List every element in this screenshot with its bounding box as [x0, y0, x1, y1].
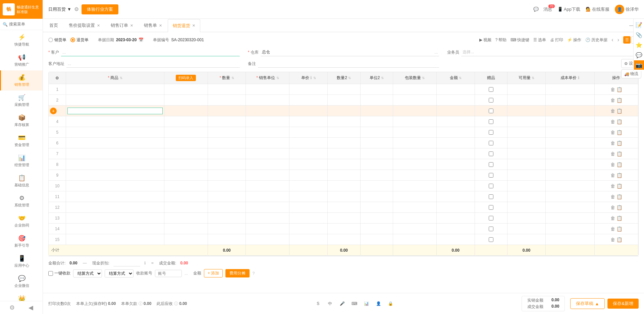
delete-row-icon[interactable]: 🗑 [610, 151, 615, 156]
qty2-cell[interactable] [328, 127, 360, 138]
save-draft-button[interactable]: 保存草稿 ▲ [570, 298, 605, 309]
sidebar-collapse-icon[interactable]: ◀ [29, 304, 33, 311]
available-cell[interactable] [507, 170, 546, 181]
unit2-cell[interactable] [360, 138, 393, 148]
sale-unit-cell[interactable] [246, 234, 289, 245]
amount-cell[interactable] [436, 234, 475, 245]
qty2-cell[interactable] [328, 224, 360, 234]
tool-icon-7[interactable]: 🔒 [386, 299, 395, 308]
sale-unit-cell[interactable] [246, 191, 289, 202]
delete-row-icon[interactable]: 🗑 [610, 119, 615, 124]
pack-qty-cell[interactable] [393, 138, 437, 148]
gift-cell[interactable] [475, 224, 507, 234]
available-cell[interactable] [507, 116, 546, 127]
goods-cell[interactable] [66, 148, 164, 159]
cost-price-cell[interactable] [545, 181, 594, 191]
gift-checkbox[interactable] [489, 130, 493, 135]
tool-icon-3[interactable]: 🎤 [337, 299, 347, 308]
gift-cell[interactable] [475, 202, 507, 213]
unit2-cell[interactable] [360, 213, 393, 224]
amount-cell[interactable] [436, 84, 475, 95]
unit2-cell[interactable] [360, 116, 393, 127]
rs-attach-icon[interactable]: 📎 [634, 30, 644, 40]
unit-price-cell[interactable] [289, 138, 328, 148]
qty2-cell[interactable] [328, 148, 360, 159]
trial-button[interactable]: 体验行业方案 [82, 4, 118, 14]
qty2-cell[interactable] [328, 234, 360, 245]
copy-row-icon[interactable]: 📋 [616, 162, 622, 167]
unit2-cell[interactable] [360, 159, 393, 170]
qty2-cell[interactable] [328, 202, 360, 213]
tab-sales-bill[interactable]: 销售单 ✕ [139, 19, 167, 32]
unit-price-cell[interactable] [289, 224, 328, 234]
delete-row-icon[interactable]: 🗑 [610, 87, 615, 92]
message-badge-container[interactable]: 💬 70 消息 [533, 6, 552, 12]
gift-cell[interactable] [475, 106, 507, 116]
goods-cell[interactable] [66, 138, 164, 148]
qty-cell[interactable] [208, 116, 246, 127]
available-cell[interactable] [507, 148, 546, 159]
sale-unit-cell[interactable] [246, 84, 289, 95]
cost-price-cell[interactable] [545, 148, 594, 159]
cost-price-cell[interactable] [545, 138, 594, 148]
scan-button[interactable]: 扫码录入 [176, 75, 196, 81]
gift-checkbox[interactable] [489, 119, 493, 124]
cost-price-cell[interactable] [545, 224, 594, 234]
delete-row-icon[interactable]: 🗑 [610, 215, 615, 221]
copy-row-icon[interactable]: 📋 [616, 215, 622, 221]
help-icon-payment[interactable]: ? [252, 271, 255, 276]
amount-cell[interactable] [436, 138, 475, 148]
cost-price-cell[interactable] [545, 234, 594, 245]
pack-qty-cell[interactable] [393, 234, 437, 245]
goods-cell[interactable] [66, 224, 164, 234]
amount-cell[interactable] [436, 170, 475, 181]
tab-sales-return[interactable]: 销货退货 ✕ [168, 19, 200, 32]
available-cell[interactable] [507, 224, 546, 234]
cost-price-cell[interactable] [545, 159, 594, 170]
nav-next-btn[interactable]: › [618, 37, 619, 43]
delete-row-icon[interactable]: 🗑 [610, 205, 615, 210]
sidebar-item-marketing[interactable]: 📢 营销推广 [0, 50, 43, 70]
tool-icon-6[interactable]: 👤 [374, 299, 383, 308]
copy-row-icon[interactable]: 📋 [616, 151, 622, 156]
sale-unit-cell[interactable] [246, 106, 289, 116]
qty2-cell[interactable] [328, 181, 360, 191]
calendar-icon[interactable]: 📅 [139, 38, 144, 42]
qty2-cell[interactable] [328, 170, 360, 181]
qty-cell[interactable] [208, 138, 246, 148]
copy-row-icon[interactable]: 📋 [616, 205, 622, 210]
copy-row-icon[interactable]: 📋 [616, 140, 622, 146]
available-cell[interactable] [507, 84, 546, 95]
goods-cell[interactable] [66, 202, 164, 213]
unit-price-cell[interactable] [289, 148, 328, 159]
unit-price-cell[interactable] [289, 181, 328, 191]
print-btn[interactable]: 🖨 打印 [550, 37, 563, 43]
pack-qty-cell[interactable] [393, 84, 437, 95]
split-expense-button[interactable]: 费用分摊 [225, 269, 250, 277]
qty2-cell[interactable] [328, 191, 360, 202]
sale-unit-cell[interactable] [246, 127, 289, 138]
help-btn[interactable]: ? 帮助 [495, 37, 507, 43]
qty2-cell[interactable] [328, 84, 360, 95]
available-cell[interactable] [507, 138, 546, 148]
delete-row-icon[interactable]: 🗑 [610, 226, 615, 232]
qty-cell[interactable] [208, 202, 246, 213]
history-btn[interactable]: 🕐 历史单据 [585, 37, 607, 43]
cost-price-cell[interactable] [545, 191, 594, 202]
cost-price-cell[interactable] [545, 213, 594, 224]
unit2-cell[interactable] [360, 127, 393, 138]
goods-cell[interactable] [66, 116, 164, 127]
salesperson-input[interactable]: 选择... ... [461, 48, 639, 56]
app-download-link[interactable]: 📱 App下载 [557, 6, 580, 12]
pack-qty-cell[interactable] [393, 202, 437, 213]
topbar-settings-icon[interactable]: ⚙ [74, 6, 79, 12]
goods-cell[interactable] [66, 234, 164, 245]
copy-row-icon[interactable]: 📋 [616, 237, 622, 242]
amount-cell[interactable] [436, 127, 475, 138]
sidebar-item-operations[interactable]: 📊 经营管理 [0, 151, 43, 171]
gift-checkbox[interactable] [489, 87, 493, 92]
qty2-cell[interactable] [328, 159, 360, 170]
amount-cell[interactable] [436, 224, 475, 234]
nav-prev-btn[interactable]: ‹ [611, 37, 613, 43]
tab-close-sales-bill[interactable]: ✕ [159, 23, 162, 28]
